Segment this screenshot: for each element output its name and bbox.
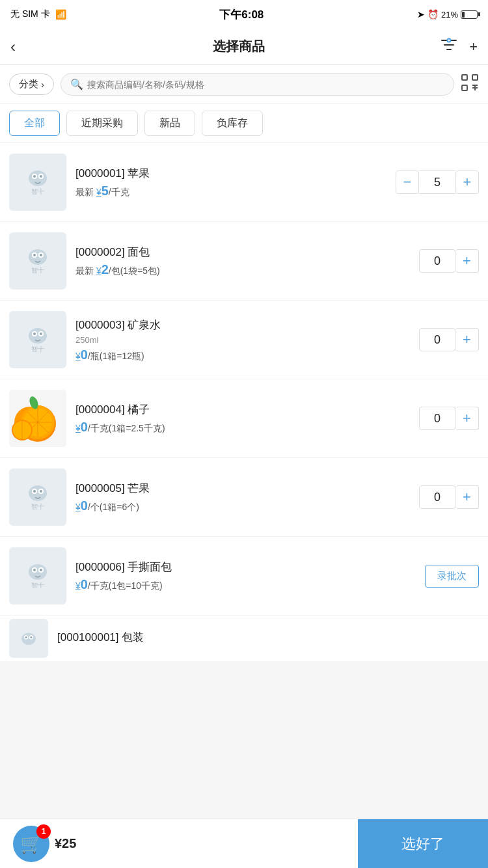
product-name-0000001: [0000001] 苹果 — [75, 166, 386, 181]
product-image-0000005: 智十 — [9, 468, 66, 526]
qty-plus-0000004[interactable]: + — [455, 407, 479, 430]
tab-recent[interactable]: 近期采购 — [66, 111, 138, 136]
search-input[interactable] — [87, 79, 444, 90]
svg-point-13 — [33, 175, 36, 178]
svg-point-47 — [40, 569, 42, 571]
bottom-bar: 🛒 1 ¥25 选好了 — [0, 819, 488, 868]
product-image-0000001: 智十 — [9, 154, 66, 211]
product-item-partial: [000100001] 包装 — [0, 616, 488, 661]
product-price-0000006: ¥0/千克(1包=10千克) — [75, 577, 416, 592]
product-list: 智十 [0000001] 苹果 最新 ¥5/千克 − + — [0, 143, 488, 661]
location-icon: ➤ — [417, 9, 425, 20]
qty-minus-0000001[interactable]: − — [396, 170, 419, 194]
product-image-0000003: 智十 — [9, 311, 66, 368]
product-name-partial: [000100001] 包装 — [57, 630, 479, 645]
carrier-label: 无 SIM 卡 — [10, 8, 50, 20]
qty-input-0000002[interactable] — [419, 249, 455, 273]
qty-plus-0000002[interactable]: + — [455, 249, 479, 273]
svg-rect-4 — [462, 75, 467, 80]
product-price-0000005: ¥0/个(1箱=6个) — [75, 498, 410, 513]
product-price-0000002: 最新 ¥2/包(1袋=5包) — [75, 262, 410, 277]
product-image-0000002: 智十 — [9, 232, 66, 290]
cart-badge: 1 — [36, 824, 51, 839]
product-info-0000004: [0000004] 橘子 ¥0/千克(1箱=2.5千克) — [75, 402, 410, 435]
qty-control-0000002: + — [419, 249, 479, 273]
product-item-0000004: [0000004] 橘子 ¥0/千克(1箱=2.5千克) + — [0, 379, 488, 457]
status-left: 无 SIM 卡 📶 — [10, 8, 66, 20]
tab-negative[interactable]: 负库存 — [202, 111, 263, 136]
wifi-icon: 📶 — [55, 9, 66, 20]
tab-all[interactable]: 全部 — [9, 111, 60, 136]
back-button[interactable]: ‹ — [10, 38, 36, 56]
svg-point-14 — [40, 175, 42, 178]
tabs-row: 全部 近期采购 新品 负库存 — [0, 104, 488, 143]
svg-point-41 — [33, 490, 36, 493]
product-name-0000003: [0000003] 矿泉水 — [75, 318, 410, 332]
status-right: ➤ ⏰ 21% — [417, 9, 478, 20]
product-item-0000006: 智十 [0000006] 手撕面包 ¥0/千克(1包=10千克) 录批次 — [0, 537, 488, 615]
product-item-0000005: 智十 [0000005] 芒果 ¥0/个(1箱=6个) + — [0, 458, 488, 536]
product-info-0000001: [0000001] 苹果 最新 ¥5/千克 — [75, 166, 386, 198]
qty-plus-0000003[interactable]: + — [455, 328, 479, 351]
product-item-0000001: 智十 [0000001] 苹果 最新 ¥5/千克 − + — [0, 143, 488, 221]
qty-plus-0000001[interactable]: + — [455, 170, 479, 194]
svg-point-23 — [33, 332, 36, 335]
svg-rect-6 — [462, 85, 467, 90]
svg-point-18 — [33, 254, 36, 256]
svg-point-42 — [40, 490, 42, 493]
page-title: 选择商品 — [213, 38, 265, 55]
product-item-0000003: 智十 [0000003] 矿泉水 250ml ¥0/瓶(1箱=12瓶) + — [0, 301, 488, 379]
tab-new[interactable]: 新品 — [144, 111, 195, 136]
batch-button-0000006[interactable]: 录批次 — [425, 565, 479, 588]
scan-icon[interactable] — [461, 74, 479, 95]
svg-point-51 — [25, 636, 27, 638]
cart-icon-wrap[interactable]: 🛒 1 — [13, 826, 49, 862]
qty-input-0000005[interactable] — [419, 485, 455, 509]
status-time: 下午6:08 — [219, 7, 264, 22]
product-image-0000004 — [9, 390, 66, 447]
qty-input-0000001[interactable] — [419, 170, 455, 194]
add-button[interactable]: + — [469, 38, 478, 55]
svg-point-19 — [40, 254, 42, 256]
product-price-0000004: ¥0/千克(1箱=2.5千克) — [75, 420, 410, 435]
product-info-0000003: [0000003] 矿泉水 250ml ¥0/瓶(1箱=12瓶) — [75, 318, 410, 362]
product-name-0000005: [0000005] 芒果 — [75, 481, 410, 496]
qty-input-0000004[interactable] — [419, 407, 455, 430]
product-info-0000005: [0000005] 芒果 ¥0/个(1箱=6个) — [75, 481, 410, 513]
product-info-partial: [000100001] 包装 — [57, 630, 479, 647]
svg-point-24 — [40, 332, 42, 335]
alarm-icon: ⏰ — [427, 9, 439, 20]
search-icon: 🔍 — [70, 78, 83, 90]
svg-rect-5 — [472, 75, 478, 80]
qty-plus-0000005[interactable]: + — [455, 485, 479, 509]
product-item-0000002: 智十 [0000002] 面包 最新 ¥2/包(1袋=5包) + — [0, 222, 488, 300]
product-spec-0000003: 250ml — [75, 335, 410, 345]
search-row: 分类 › 🔍 — [0, 65, 488, 104]
battery-label: 21% — [441, 10, 458, 20]
product-name-0000004: [0000004] 橘子 — [75, 402, 410, 417]
svg-point-48 — [21, 632, 36, 645]
product-info-0000006: [0000006] 手撕面包 ¥0/千克(1包=10千克) — [75, 560, 416, 592]
nav-actions: + — [441, 38, 478, 56]
qty-control-0000003: + — [419, 328, 479, 351]
confirm-button[interactable]: 选好了 — [358, 819, 488, 869]
search-input-wrap[interactable]: 🔍 — [61, 73, 454, 96]
svg-point-52 — [30, 636, 32, 638]
category-button[interactable]: 分类 › — [9, 74, 54, 95]
product-name-0000002: [0000002] 面包 — [75, 245, 410, 260]
product-image-0000006: 智十 — [9, 547, 66, 604]
product-info-0000002: [0000002] 面包 最新 ¥2/包(1袋=5包) — [75, 245, 410, 277]
cart-section: 🛒 1 ¥25 — [0, 826, 358, 862]
qty-control-0000001: − + — [396, 170, 479, 194]
cart-total: ¥25 — [55, 836, 76, 851]
filter-icon[interactable] — [441, 38, 457, 56]
status-bar: 无 SIM 卡 📶 下午6:08 ➤ ⏰ 21% — [0, 0, 488, 29]
svg-point-3 — [448, 38, 451, 42]
nav-bar: ‹ 选择商品 + — [0, 29, 488, 65]
product-image-partial — [9, 619, 48, 658]
qty-input-0000003[interactable] — [419, 328, 455, 351]
battery-icon — [461, 10, 478, 19]
svg-point-46 — [33, 569, 36, 571]
qty-control-0000004: + — [419, 407, 479, 430]
qty-control-0000005: + — [419, 485, 479, 509]
